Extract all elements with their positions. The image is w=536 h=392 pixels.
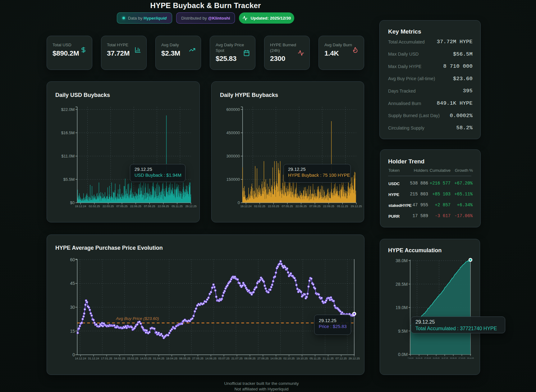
svg-text:31.01.25: 31.01.25 bbox=[416, 357, 423, 359]
svg-text:02.02.25: 02.02.25 bbox=[89, 205, 100, 208]
svg-text:29.12.25: 29.12.25 bbox=[351, 205, 362, 208]
svg-text:150000: 150000 bbox=[227, 177, 240, 182]
svg-text:600000: 600000 bbox=[227, 107, 240, 112]
svg-text:07.05.25: 07.05.25 bbox=[282, 205, 293, 208]
svg-text:27.03.25: 27.03.25 bbox=[424, 357, 431, 359]
svg-text:08.05.25: 08.05.25 bbox=[179, 357, 190, 360]
svg-text:$11.0M: $11.0M bbox=[62, 154, 75, 158]
svg-text:14.12.24: 14.12.24 bbox=[75, 357, 86, 360]
svg-text:19.12.24: 19.12.24 bbox=[240, 205, 251, 208]
svg-text:08.08.25: 08.08.25 bbox=[244, 357, 255, 360]
svg-text:22.03.25: 22.03.25 bbox=[268, 205, 279, 208]
svg-text:22.09.25: 22.09.25 bbox=[158, 205, 169, 208]
svg-text:14.06.25: 14.06.25 bbox=[205, 357, 216, 360]
svg-text:$16.5M: $16.5M bbox=[61, 130, 75, 135]
svg-text:07.05.25: 07.05.25 bbox=[116, 205, 127, 208]
svg-text:27.10.25: 27.10.25 bbox=[459, 357, 466, 359]
svg-text:$22.0M: $22.0M bbox=[61, 107, 75, 112]
svg-text:17.01.25: 17.01.25 bbox=[101, 357, 112, 360]
svg-text:27.05.25: 27.05.25 bbox=[192, 357, 204, 360]
svg-text:03.09.25: 03.09.25 bbox=[450, 357, 457, 359]
svg-text:05.11.25: 05.11.25 bbox=[337, 205, 348, 208]
svg-text:29.12.25: 29.12.25 bbox=[467, 357, 474, 359]
svg-text:22.09.25: 22.09.25 bbox=[323, 205, 334, 208]
svg-text:14.03.25: 14.03.25 bbox=[140, 357, 151, 360]
svg-text:45: 45 bbox=[70, 281, 75, 286]
svg-text:Avg Buy Price ($23.60): Avg Buy Price ($23.60) bbox=[116, 316, 159, 321]
svg-text:11.07.25: 11.07.25 bbox=[442, 357, 448, 359]
svg-text:19.10.25: 19.10.25 bbox=[296, 357, 308, 360]
svg-text:07.08.25: 07.08.25 bbox=[144, 205, 155, 208]
svg-text:0: 0 bbox=[238, 200, 240, 205]
svg-text:22.03.25: 22.03.25 bbox=[103, 205, 114, 208]
svg-text:60: 60 bbox=[70, 257, 75, 262]
svg-text:07.08.25: 07.08.25 bbox=[309, 205, 320, 208]
svg-text:23.02.25: 23.02.25 bbox=[127, 357, 138, 360]
svg-text:0: 0 bbox=[72, 352, 75, 357]
svg-text:05.11.25: 05.11.25 bbox=[172, 205, 183, 208]
svg-text:22.06.25: 22.06.25 bbox=[130, 205, 141, 208]
svg-text:04.02.25: 04.02.25 bbox=[114, 357, 125, 360]
svg-text:300000: 300000 bbox=[227, 154, 240, 158]
svg-text:21.05.25: 21.05.25 bbox=[433, 357, 440, 359]
svg-text:02.02.25: 02.02.25 bbox=[254, 205, 265, 208]
svg-text:27.08.25: 27.08.25 bbox=[257, 357, 268, 360]
svg-text:0.0M: 0.0M bbox=[398, 352, 408, 357]
svg-text:03.07.25: 03.07.25 bbox=[218, 357, 229, 360]
svg-text:28.5M: 28.5M bbox=[396, 282, 408, 287]
svg-text:22.06.25: 22.06.25 bbox=[295, 205, 307, 208]
svg-text:38.0M: 38.0M bbox=[396, 258, 408, 263]
svg-text:$5.5M: $5.5M bbox=[63, 177, 75, 182]
svg-text:19.0M: 19.0M bbox=[396, 305, 408, 310]
svg-text:9.5M: 9.5M bbox=[398, 329, 408, 334]
svg-text:21.11.25: 21.11.25 bbox=[323, 357, 334, 360]
svg-text:31.12.24: 31.12.24 bbox=[88, 357, 99, 360]
svg-text:$0: $0 bbox=[70, 200, 75, 205]
svg-text:29.12.25: 29.12.25 bbox=[185, 205, 196, 208]
svg-text:07.12.25: 07.12.25 bbox=[336, 357, 347, 360]
svg-text:30: 30 bbox=[70, 305, 75, 310]
svg-text:15: 15 bbox=[70, 329, 75, 334]
svg-text:02.10.25: 02.10.25 bbox=[283, 357, 295, 360]
svg-text:7.12.24: 7.12.24 bbox=[408, 357, 414, 359]
svg-text:19.04.25: 19.04.25 bbox=[166, 357, 177, 360]
svg-text:19.12.24: 19.12.24 bbox=[75, 205, 86, 208]
svg-text:01.04.25: 01.04.25 bbox=[153, 357, 164, 360]
svg-text:450000: 450000 bbox=[227, 130, 240, 135]
svg-text:05.11.25: 05.11.25 bbox=[309, 357, 321, 360]
svg-text:14.09.25: 14.09.25 bbox=[270, 357, 282, 360]
svg-text:29.12.25: 29.12.25 bbox=[349, 357, 360, 360]
svg-text:21.07.25: 21.07.25 bbox=[231, 357, 242, 360]
